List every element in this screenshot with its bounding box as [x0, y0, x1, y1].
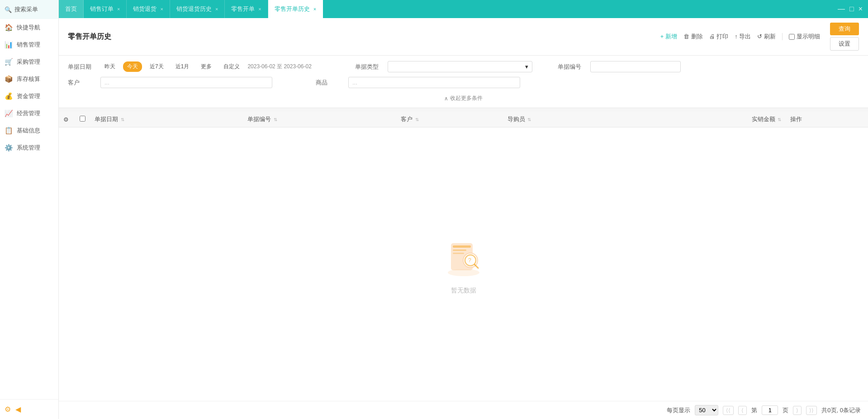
window-max-btn[interactable]: □ — [849, 5, 854, 13]
inventory-icon: 📦 — [5, 75, 13, 83]
delete-button[interactable]: 🗑 删除 — [683, 33, 703, 41]
sort-icon-salesperson: ⇅ — [527, 117, 531, 122]
date-range-display: 2023-06-02 至 2023-06-02 — [247, 63, 311, 71]
th-ops: 操作 — [786, 112, 868, 127]
sidebar-item-label: 资金管理 — [17, 92, 40, 100]
sidebar-item-label: 库存核算 — [17, 75, 40, 83]
th-checkbox — [75, 112, 90, 127]
tab-sales-return-close[interactable]: × — [160, 6, 163, 12]
filter-area: 单据日期 昨天 今天 近7天 近1月 更多 自定义 2023-06-02 至 2… — [59, 56, 868, 108]
empty-illustration: ? — [441, 234, 486, 279]
date-btn-last-month[interactable]: 近1月 — [171, 61, 194, 72]
collapse-label: 收起更多条件 — [450, 94, 483, 102]
customer-label: 客户 — [68, 79, 93, 87]
page-input[interactable] — [762, 405, 778, 415]
bill-type-select[interactable]: ▾ — [388, 61, 532, 72]
tab-sales-return-label: 销货退货 — [133, 5, 157, 13]
sort-icon-customer: ⇅ — [415, 117, 419, 122]
date-btn-more[interactable]: 更多 — [197, 61, 216, 72]
sidebar-item-quick-nav[interactable]: 🏠 快捷导航 — [0, 19, 58, 36]
sidebar-item-label: 快捷导航 — [17, 24, 40, 32]
purchase-icon: 🛒 — [5, 58, 13, 66]
show-detail-input[interactable] — [789, 34, 795, 40]
prev-page-btn[interactable]: ⟨ — [738, 406, 747, 415]
tab-sales-return-history[interactable]: 销货退货历史 × — [170, 0, 225, 18]
goods-label: 商品 — [316, 79, 341, 87]
sidebar-item-operations[interactable]: 📈 经营管理 — [0, 105, 58, 122]
date-btn-today[interactable]: 今天 — [123, 61, 142, 72]
date-btn-yesterday[interactable]: 昨天 — [100, 61, 119, 72]
sidebar-item-purchase-mgmt[interactable]: 🛒 采购管理 — [0, 53, 58, 71]
divider — [782, 33, 783, 40]
bill-no-input[interactable] — [590, 61, 681, 72]
sidebar-collapse-btn[interactable]: ◀ — [15, 405, 21, 414]
query-button[interactable]: 查询 — [830, 23, 859, 35]
window-min-btn[interactable]: — — [838, 5, 845, 13]
tab-retail-open-close[interactable]: × — [258, 6, 261, 12]
sidebar-item-inventory[interactable]: 📦 库存核算 — [0, 71, 58, 88]
page-title: 零售开单历史 — [68, 32, 111, 42]
select-all-checkbox[interactable] — [80, 116, 85, 122]
tab-sales-order-close[interactable]: × — [117, 6, 120, 12]
sidebar-item-label: 采购管理 — [17, 58, 40, 66]
th-customer[interactable]: 客户 ⇅ — [396, 112, 503, 127]
th-salesperson[interactable]: 导购员 ⇅ — [503, 112, 633, 127]
sort-icon-date: ⇅ — [121, 117, 124, 122]
tab-home-label: 首页 — [65, 5, 77, 13]
operations-icon: 📈 — [5, 109, 13, 118]
th-no[interactable]: 单据编号 ⇅ — [243, 112, 396, 127]
date-label: 单据日期 — [68, 63, 93, 71]
next-page-btn[interactable]: ⟩ — [793, 406, 802, 415]
svg-rect-4 — [453, 253, 464, 254]
sidebar-search-label: 搜索采单 — [14, 5, 38, 14]
sidebar-item-sys-mgmt[interactable]: ⚙️ 系统管理 — [0, 139, 58, 156]
first-page-btn[interactable]: ⟨⟨ — [723, 406, 734, 415]
goods-input[interactable]: ... — [348, 77, 520, 88]
show-detail-checkbox[interactable]: 显示明细 — [789, 33, 820, 41]
basic-info-icon: 📋 — [5, 127, 13, 135]
sidebar-item-basic-info[interactable]: 📋 基础信息 — [0, 122, 58, 139]
tab-sales-return-history-close[interactable]: × — [215, 6, 218, 12]
sidebar-item-label: 基础信息 — [17, 127, 40, 135]
window-actions: — □ × — [838, 5, 868, 13]
add-button[interactable]: + 新增 — [660, 33, 677, 41]
th-date[interactable]: 单据日期 ⇅ — [90, 112, 243, 127]
sidebar-settings-btn[interactable]: ⚙ — [5, 405, 11, 414]
setting-button[interactable]: 设置 — [830, 37, 859, 51]
per-page-select[interactable]: 50 100 200 — [695, 405, 718, 415]
data-table: ⚙ 单据日期 ⇅ 单据编号 ⇅ — [59, 112, 868, 127]
customer-input[interactable]: ... — [100, 77, 272, 88]
tab-sales-return[interactable]: 销货退货 × — [127, 0, 170, 18]
chevron-down-icon: ▾ — [525, 63, 528, 70]
sidebar-item-sales-mgmt[interactable]: 📊 销售管理 — [0, 36, 58, 53]
tab-retail-history-close[interactable]: × — [313, 6, 316, 12]
date-btn-last7[interactable]: 近7天 — [146, 61, 168, 72]
svg-text:?: ? — [468, 257, 471, 264]
svg-rect-2 — [453, 245, 471, 248]
sidebar-search-btn[interactable]: 🔍 搜索采单 — [0, 0, 58, 19]
sort-icon-amount: ⇅ — [778, 117, 781, 122]
page-header: 零售开单历史 + 新增 🗑 删除 🖨 打印 ↑ 导出 ↺ 刷新 显示明细 查询 … — [59, 18, 868, 56]
page-label: 第 — [751, 406, 757, 414]
empty-state: ? 暂无数据 — [59, 127, 868, 401]
main-container: 首页 销售订单 × 销货退货 × 销货退货历史 × 零售开单 × 零售开单历史 … — [59, 0, 868, 419]
sort-icon-no: ⇅ — [274, 117, 277, 122]
export-button[interactable]: ↑ 导出 — [735, 33, 751, 41]
th-amount[interactable]: 实销金额 ⇅ — [633, 112, 786, 127]
sidebar-item-finance[interactable]: 💰 资金管理 — [0, 88, 58, 105]
th-settings: ⚙ — [59, 112, 75, 127]
tab-sales-order[interactable]: 销售订单 × — [84, 0, 127, 18]
window-close-btn[interactable]: × — [859, 5, 863, 13]
print-button[interactable]: 🖨 打印 — [709, 33, 729, 41]
collapse-bar[interactable]: ∧ 收起更多条件 — [68, 93, 859, 104]
table-header-row: ⚙ 单据日期 ⇅ 单据编号 ⇅ — [59, 112, 868, 127]
refresh-button[interactable]: ↺ 刷新 — [757, 33, 776, 41]
gear-icon[interactable]: ⚙ — [63, 116, 69, 123]
last-page-btn[interactable]: ⟩⟩ — [806, 406, 817, 415]
date-btn-custom[interactable]: 自定义 — [219, 61, 244, 72]
home-icon: 🏠 — [5, 24, 13, 32]
page-suffix: 页 — [783, 406, 788, 414]
tab-retail-history[interactable]: 零售开单历史 × — [268, 0, 323, 18]
tab-retail-open[interactable]: 零售开单 × — [225, 0, 268, 18]
tab-home[interactable]: 首页 — [59, 0, 84, 18]
